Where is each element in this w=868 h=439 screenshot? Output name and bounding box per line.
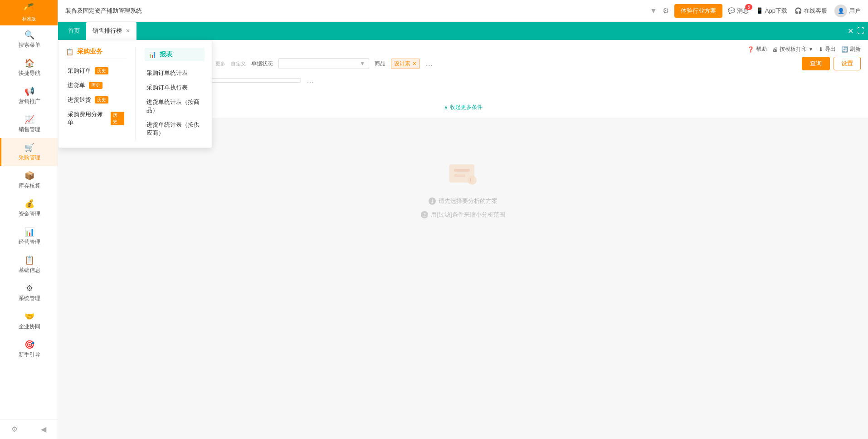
dropdown-item-inbound-supplier[interactable]: 进货单统计表（按供应商） (145, 118, 205, 140)
dropdown-label-purchase-exec: 采购订单执行表 (146, 84, 188, 92)
logo-text: 标准版 (22, 16, 36, 22)
tabbar-expand-icon[interactable]: ⛶ (857, 27, 864, 35)
tab-close-icon[interactable]: ✕ (126, 28, 130, 34)
basic-info-icon: 📋 (24, 255, 34, 265)
dropdown-label-inbound-goods: 进货单统计表（按商品） (146, 98, 203, 114)
sidebar-label-search: 搜索菜单 (19, 41, 40, 49)
phone-icon: 📱 (756, 7, 763, 14)
dropdown-purchase-section: 📋 采购业务 采购订单 历史 进货单 历史 进货退货 历史 采购费用分摊单 (66, 48, 126, 140)
sidebar: 🍊 标准版 🔍 搜索菜单 🏠 快捷导航 📢 营销推广 📈 销售管理 🛒 采购管理… (0, 0, 58, 439)
query-actions: 查询 设置 (802, 57, 861, 70)
avatar: 👤 (834, 5, 847, 17)
sidebar-label-sales: 销售管理 (19, 126, 40, 133)
refresh-label: 刷新 (850, 45, 861, 53)
sidebar-item-collab[interactable]: 🤝 企业协同 (0, 307, 58, 335)
dropdown-divider (135, 48, 136, 140)
main-area: 装备及固定资产辅助管理系统 ▼ ⚙ 体验行业方案 💬 消息 5 📱 App下载 … (58, 0, 868, 439)
sidebar-item-purchase[interactable]: 🛒 采购管理 (0, 138, 58, 166)
hist-badge-cost: 历史 (111, 112, 124, 125)
sidebar-label-marketing: 营销推广 (19, 98, 40, 105)
hist-badge-purchase-order: 历史 (95, 67, 108, 74)
sidebar-label-purchase: 采购管理 (19, 154, 40, 162)
home-icon: 🏠 (24, 58, 34, 68)
dropdown-item-cost[interactable]: 采购费用分摊单 历史 (66, 107, 126, 130)
svg-rect-2 (454, 174, 465, 177)
empty-step-2: 2 用[过滤]条件来缩小分析范围 (421, 211, 505, 219)
set-button[interactable]: 设置 (834, 57, 861, 70)
message-action[interactable]: 💬 消息 5 (728, 7, 749, 15)
collapse-arrow-icon: ∧ (444, 104, 448, 111)
tabbar-close-icon[interactable]: ✕ (848, 27, 853, 35)
operations-icon: 📊 (24, 227, 34, 237)
sidebar-item-sales[interactable]: 📈 销售管理 (0, 110, 58, 138)
settings-bottom-icon[interactable]: ⚙ (11, 425, 18, 434)
print-icon: 🖨 (772, 46, 778, 53)
search-icon: 🔍 (24, 30, 34, 40)
online-service-label: 在线客服 (804, 7, 827, 15)
sidebar-item-system[interactable]: ⚙ 系统管理 (0, 279, 58, 307)
sidebar-item-nav[interactable]: 🏠 快捷导航 (0, 54, 58, 82)
finance-icon: 💰 (24, 199, 34, 209)
user-label: 用户 (849, 7, 861, 15)
dropdown-label-purchase-order: 采购订单 (68, 67, 91, 75)
dropdown-item-purchase-stat[interactable]: 采购订单统计表 (145, 66, 205, 80)
refresh-icon: 🔄 (841, 46, 848, 53)
dropdown-report-header: 📊 报表 (145, 48, 205, 61)
sidebar-label-basic-info: 基础信息 (19, 266, 40, 274)
sidebar-label-guide: 新手引导 (19, 351, 40, 359)
tab-sales-rank[interactable]: 销售排行榜 ✕ (86, 22, 137, 40)
export-btn[interactable]: ⬇ 导出 (819, 45, 836, 53)
goods-more-btn[interactable]: … (425, 59, 433, 68)
status-select[interactable]: ▼ (278, 58, 369, 69)
export-label: 导出 (825, 45, 836, 53)
topbar-gear-icon[interactable]: ⚙ (663, 6, 669, 15)
app-download-action[interactable]: 📱 App下载 (756, 7, 787, 15)
sidebar-item-operations[interactable]: 📊 经营管理 (0, 222, 58, 251)
sidebar-item-marketing[interactable]: 📢 营销推广 (0, 82, 58, 110)
salesperson-more-btn[interactable]: … (307, 76, 314, 84)
online-service-action[interactable]: 🎧 在线客服 (795, 7, 827, 15)
date-shortcut-more[interactable]: 更多 (215, 60, 225, 67)
print-btn[interactable]: 🖨 按模板打印 ▼ (772, 45, 813, 53)
collapse-icon[interactable]: ◀ (41, 425, 46, 434)
topbar-title: 装备及固定资产辅助管理系统 (65, 7, 644, 15)
salesperson-select[interactable] (210, 78, 301, 83)
goods-tag-close[interactable]: ✕ (412, 60, 417, 67)
date-shortcut-custom[interactable]: 自定义 (231, 60, 246, 67)
dropdown-label-cost: 采购费用分摊单 (68, 110, 107, 127)
sidebar-item-finance[interactable]: 💰 资金管理 (0, 194, 58, 222)
dropdown-report-section: 📊 报表 采购订单统计表 采购订单执行表 进货单统计表（按商品） 进货单统计表（… (145, 48, 205, 140)
query-button[interactable]: 查询 (802, 57, 830, 70)
hist-badge-inbound: 历史 (89, 82, 102, 89)
purchase-section-title: 采购业务 (77, 48, 102, 56)
status-select-arrow: ▼ (360, 60, 365, 67)
print-label: 按模板打印 (780, 45, 807, 53)
help-label: 帮助 (756, 45, 767, 53)
dropdown-item-purchase-order[interactable]: 采购订单 历史 (66, 64, 126, 78)
refresh-btn[interactable]: 🔄 刷新 (841, 45, 861, 53)
topbar: 装备及固定资产辅助管理系统 ▼ ⚙ 体验行业方案 💬 消息 5 📱 App下载 … (58, 0, 868, 22)
help-btn[interactable]: ❓ 帮助 (747, 45, 767, 53)
empty-step-1: 1 请先选择要分析的方案 (429, 197, 497, 205)
sidebar-label-collab: 企业协同 (19, 323, 40, 330)
sidebar-item-search[interactable]: 🔍 搜索菜单 (0, 25, 58, 54)
topbar-actions: 💬 消息 5 📱 App下载 🎧 在线客服 👤 用户 (728, 5, 861, 17)
user-action[interactable]: 👤 用户 (834, 5, 861, 17)
solution-button[interactable]: 体验行业方案 (674, 4, 722, 18)
dropdown-label-return: 进货退货 (68, 96, 91, 104)
dropdown-item-inbound[interactable]: 进货单 历史 (66, 78, 126, 93)
hist-badge-return: 历史 (95, 96, 108, 104)
sidebar-label-system: 系统管理 (19, 295, 40, 302)
tab-home[interactable]: 首页 (62, 22, 86, 40)
dropdown-item-purchase-exec[interactable]: 采购订单执行表 (145, 80, 205, 95)
print-arrow[interactable]: ▼ (809, 47, 813, 52)
step-dot-1: 1 (429, 197, 436, 205)
dropdown-item-return[interactable]: 进货退货 历史 (66, 93, 126, 107)
dropdown-item-inbound-goods[interactable]: 进货单统计表（按商品） (145, 95, 205, 118)
message-icon: 💬 (728, 7, 735, 14)
topbar-dropdown-arrow[interactable]: ▼ (650, 7, 657, 15)
sidebar-item-basic-info[interactable]: 📋 基础信息 (0, 251, 58, 279)
sidebar-item-inventory[interactable]: 📦 库存核算 (0, 166, 58, 194)
sidebar-label-finance: 资金管理 (19, 210, 40, 218)
sidebar-item-guide[interactable]: 🎯 新手引导 (0, 335, 58, 363)
